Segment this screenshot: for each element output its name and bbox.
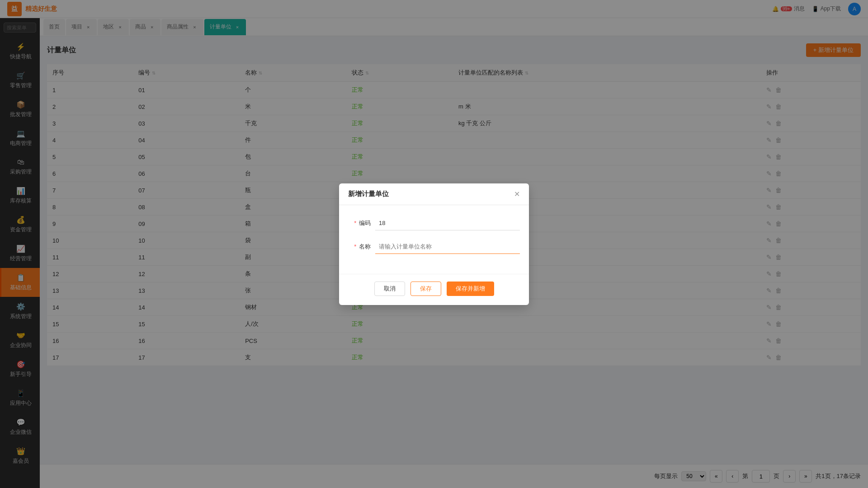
modal-overlay[interactable]: 新增计量单位 ✕ * 编码 * 名称 取消 保存 保存并新增: [0, 0, 868, 488]
save-continue-button[interactable]: 保存并新增: [447, 282, 494, 296]
name-label: * 名称: [348, 243, 375, 251]
code-input[interactable]: [375, 216, 520, 230]
modal-header: 新增计量单位 ✕: [339, 183, 529, 205]
modal-footer: 取消 保存 保存并新增: [339, 274, 529, 305]
cancel-button[interactable]: 取消: [374, 282, 405, 296]
code-label: * 编码: [348, 219, 375, 227]
name-required-mark: *: [354, 243, 356, 250]
code-form-row: * 编码: [348, 216, 520, 230]
code-required-mark: *: [354, 220, 356, 226]
add-unit-modal: 新增计量单位 ✕ * 编码 * 名称 取消 保存 保存并新增: [339, 183, 529, 305]
modal-title: 新增计量单位: [348, 190, 389, 198]
modal-body: * 编码 * 名称: [339, 205, 529, 274]
modal-close-button[interactable]: ✕: [514, 190, 520, 198]
save-button[interactable]: 保存: [410, 282, 441, 296]
name-input[interactable]: [375, 239, 520, 254]
name-form-row: * 名称: [348, 239, 520, 254]
